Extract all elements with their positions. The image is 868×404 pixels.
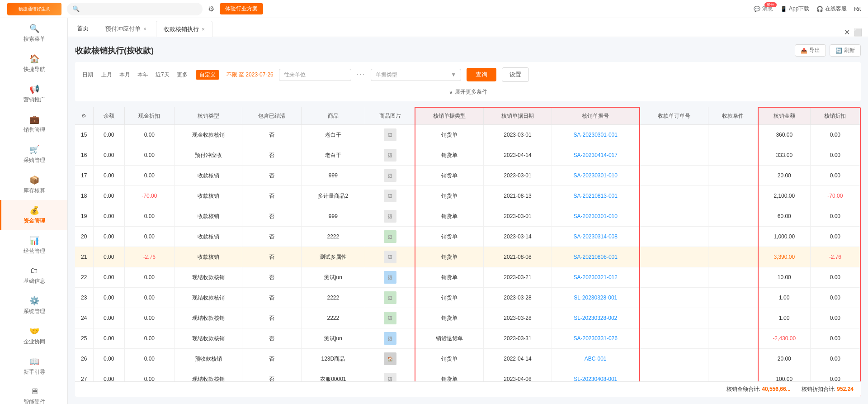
message-action[interactable]: 💬 消息 99+ (754, 5, 773, 13)
sidebar-item-cooperation[interactable]: 🤝 企业协同 (0, 321, 67, 351)
top-search-bar[interactable]: 🔍 (67, 3, 203, 15)
search-input[interactable] (82, 6, 197, 12)
close-tab-icon[interactable]: ✕ (844, 28, 850, 37)
cell-writeoff-voucher-type: 销货单 (415, 206, 483, 227)
writeoff-no-link[interactable]: SA-20230301-001 (573, 132, 617, 138)
cell-receipt-condition (708, 247, 758, 267)
cell-goods: 测试jun (301, 267, 365, 288)
sidebar-item-inventory[interactable]: 📦 库存核算 (0, 170, 67, 200)
writeoff-no-link[interactable]: SA-20230301-010 (573, 172, 617, 179)
sidebar-item-basicinfo[interactable]: 🗂 基础信息 (0, 261, 67, 290)
cell-balance: 0.00 (93, 288, 124, 308)
app-download-action[interactable]: 📱 App下载 (780, 5, 809, 13)
writeoff-no-link[interactable]: SA-20210813-001 (573, 193, 617, 199)
online-service-label: 在线客服 (825, 5, 847, 13)
settings-icon[interactable]: ⚙ (208, 5, 214, 13)
sidebar-item-quicknav[interactable]: 🏠 快捷导航 (0, 48, 67, 79)
online-service-action[interactable]: 🎧 在线客服 (816, 5, 847, 13)
date-btn-this-month[interactable]: 本月 (117, 70, 133, 80)
sidebar-item-search[interactable]: 🔍 搜索菜单 (0, 18, 67, 48)
date-btn-last-month[interactable]: 上月 (99, 70, 115, 80)
from-unit-input[interactable]: 往来单位 (279, 69, 351, 81)
cell-row-num: 15 (75, 125, 93, 145)
filter-bar: 日期 上月 本月 本年 近7天 更多 自定义 不限 至 2023-07-26 往… (75, 62, 861, 101)
tab-home[interactable]: 首页 (70, 20, 96, 37)
writeoff-no-link[interactable]: SL-20230328-001 (574, 295, 617, 301)
date-btn-this-year[interactable]: 本年 (135, 70, 151, 80)
tab-receivable[interactable]: 收款核销执行 × (156, 21, 212, 37)
sidebar-item-finance[interactable]: 💰 资金管理 (0, 200, 67, 230)
export-icon: 📤 (801, 48, 807, 54)
writeoff-no-link[interactable]: SL-20230328-002 (574, 315, 617, 321)
cell-writeoff-discount: 0.00 (810, 328, 860, 349)
table-row: 21 0.00 -2.76 收款核销 否 测试多属性 🖼 销货单 2021-08… (75, 247, 860, 267)
setting-button[interactable]: 设置 (502, 67, 529, 82)
gear-icon: ⚙ (81, 113, 86, 119)
cell-writeoff-no: SA-20210813-001 (552, 186, 639, 206)
sidebar-item-purchase[interactable]: 🛒 采购管理 (0, 139, 67, 170)
goods-image: 🖼 (384, 230, 396, 243)
writeoff-no-link[interactable]: SA-20230301-010 (573, 213, 617, 219)
cell-receipt-condition (708, 328, 758, 349)
select-arrow-icon: ▼ (451, 71, 456, 78)
cell-receipt-order (640, 166, 708, 186)
cell-writeoff-amount: 10.00 (758, 267, 810, 288)
sidebar-item-sales[interactable]: 💼 销售管理 (0, 109, 67, 139)
finance-icon: 💰 (29, 205, 39, 215)
date-btn-7days[interactable]: 近7天 (153, 70, 172, 80)
sidebar-item-marketing[interactable]: 📢 营销推广 (0, 79, 67, 109)
cell-writeoff-date: 2023-03-01 (484, 166, 552, 186)
home-icon: 🏠 (29, 54, 39, 64)
export-button[interactable]: 📤 导出 (795, 44, 826, 57)
cell-goods-img: 🖼 (365, 166, 415, 186)
search-menu-icon: 🔍 (29, 24, 39, 33)
writeoff-no-link[interactable]: SA-20230414-017 (573, 152, 617, 158)
writeoff-no-link[interactable]: SA-20230331-026 (573, 335, 617, 342)
table-body: 15 0.00 0.00 现金收款核销 否 老白干 🖼 销货单 2023-03-… (75, 125, 860, 397)
refresh-label: 刷新 (844, 47, 855, 54)
writeoff-no-link[interactable]: ABC-001 (585, 356, 607, 362)
book-icon: 📖 (29, 356, 39, 366)
data-table: ⚙ 余额 现金折扣 核销类型 包含已结清 商品 商品图片 核销单据类型 核销单据… (75, 107, 861, 397)
tab-prepay[interactable]: 预付冲应付单 × (98, 20, 154, 37)
cell-writeoff-no: ABC-001 (552, 349, 639, 369)
date-custom-btn[interactable]: 自定义 (196, 70, 219, 80)
sidebar-item-hardware[interactable]: 🖥 智能硬件 (0, 381, 67, 404)
cell-receipt-condition (708, 206, 758, 227)
sidebar-item-operations[interactable]: 📊 经营管理 (0, 230, 67, 261)
refresh-button[interactable]: 🔄 刷新 (830, 44, 861, 57)
cell-include-settled: 否 (242, 288, 301, 308)
query-button[interactable]: 查询 (467, 68, 496, 81)
voucher-type-select[interactable]: 单据类型 ▼ (371, 69, 461, 81)
date-filter-label: 日期 (82, 71, 93, 79)
table-row: 24 0.00 0.00 现结收款核销 否 2222 🖼 销货单 2023-03… (75, 308, 860, 328)
chevron-down-icon: ∨ (449, 89, 453, 95)
sidebar-label-system: 系统管理 (24, 308, 45, 315)
tab-bar: 首页 预付冲应付单 × 收款核销执行 × ✕ ⬜ (68, 18, 868, 37)
user-area[interactable]: Rit (854, 6, 861, 12)
writeoff-no-link[interactable]: SA-20230314-008 (573, 233, 617, 240)
logo-text: 畅捷通谱好生意 (19, 6, 50, 12)
prepay-tab-close[interactable]: × (143, 26, 146, 32)
writeoff-no-link[interactable]: SA-20230321-012 (573, 274, 617, 280)
table-header-row: ⚙ 余额 现金折扣 核销类型 包含已结清 商品 商品图片 核销单据类型 核销单据… (75, 107, 860, 125)
col-header-gear[interactable]: ⚙ (75, 107, 93, 125)
receivable-tab-close[interactable]: × (202, 26, 205, 33)
expand-conditions-btn[interactable]: ∨ 展开更多条件 (449, 88, 487, 96)
cell-writeoff-no: SA-20210808-001 (552, 247, 639, 267)
cell-cash-discount: 0.00 (124, 145, 174, 166)
prepay-tab-label: 预付冲应付单 (105, 25, 141, 33)
sidebar-item-system[interactable]: ⚙️ 系统管理 (0, 290, 67, 321)
cell-goods: 123D商品 (301, 349, 365, 369)
expand-tab-icon[interactable]: ⬜ (854, 28, 863, 37)
date-btn-more[interactable]: 更多 (174, 70, 190, 80)
cell-receipt-condition (708, 308, 758, 328)
writeoff-no-link[interactable]: SA-20210808-001 (573, 254, 617, 260)
sidebar-label-inventory: 库存核算 (24, 187, 45, 195)
date-range-display: 不限 至 2023-07-26 (226, 71, 274, 78)
cell-balance: 0.00 (93, 267, 124, 288)
goods-image: 🖼 (384, 312, 396, 324)
cell-balance: 0.00 (93, 186, 124, 206)
solution-button[interactable]: 体验行业方案 (220, 3, 263, 14)
sidebar-item-guide[interactable]: 📖 新手引导 (0, 351, 67, 381)
